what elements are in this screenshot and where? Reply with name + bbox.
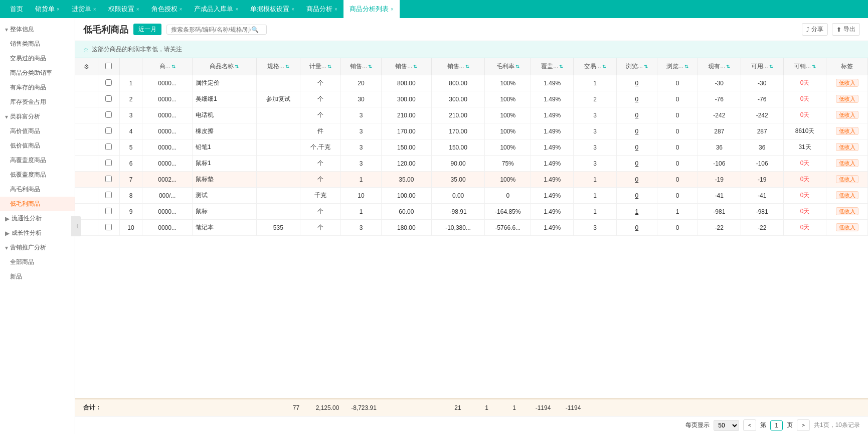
cell-view1[interactable]: 0 <box>616 188 657 204</box>
cell-view1[interactable]: 0 <box>616 107 657 123</box>
th-current[interactable]: 现有...⇅ <box>698 58 741 75</box>
nav-permissions[interactable]: 权限设置 × <box>102 0 145 18</box>
cell-checkbox[interactable] <box>98 204 120 220</box>
row-checkbox[interactable] <box>105 192 112 198</box>
th-available[interactable]: 可用...⇅ <box>741 58 783 75</box>
table-row: 3 0000... 电话机 个 3 210.00 210.00 100% 1.4… <box>75 107 868 123</box>
cell-checkbox[interactable] <box>98 139 120 156</box>
row-checkbox[interactable] <box>105 176 112 182</box>
th-unit[interactable]: 计量...⇅ <box>300 58 340 75</box>
row-checkbox[interactable] <box>105 127 112 134</box>
close-icon[interactable]: × <box>180 7 183 12</box>
sidebar-item-new-products[interactable]: 新品 <box>0 269 75 284</box>
close-icon[interactable]: × <box>136 7 139 12</box>
row-checkbox[interactable] <box>105 143 112 150</box>
sidebar-item-stock-capital[interactable]: 库存资金占用 <box>0 95 75 109</box>
th-spec[interactable]: 规格...⇅ <box>256 58 300 75</box>
cell-checkbox[interactable] <box>98 123 120 139</box>
cell-settings <box>75 139 98 156</box>
sidebar-item-traded-products[interactable]: 交易过的商品 <box>0 51 75 66</box>
share-button[interactable]: ⤴ 分享 <box>802 23 828 36</box>
close-icon[interactable]: × <box>57 7 60 12</box>
sidebar-item-low-margin[interactable]: 低毛利商品 <box>0 197 75 211</box>
cell-checkbox[interactable] <box>98 156 120 172</box>
search-box[interactable]: 🔍 <box>166 25 267 35</box>
nav-sales[interactable]: 销货单 × <box>29 0 66 18</box>
cell-view1[interactable]: 0 <box>616 91 657 107</box>
nav-purchase[interactable]: 进货单 × <box>66 0 102 18</box>
cell-checkbox[interactable] <box>98 220 120 236</box>
prev-page-button[interactable]: ＜ <box>743 419 756 431</box>
cell-checkbox[interactable] <box>98 188 120 204</box>
sidebar-section-growth[interactable]: ▶ 成长性分析 <box>0 226 75 240</box>
th-view1[interactable]: 浏览...⇅ <box>616 58 657 75</box>
export-button[interactable]: ⬆ 导出 <box>832 23 860 36</box>
select-all-checkbox[interactable] <box>105 63 112 69</box>
cell-checkbox[interactable] <box>98 91 120 107</box>
sidebar-item-category-sales[interactable]: 商品分类助销率 <box>0 66 75 80</box>
close-icon[interactable]: × <box>334 7 337 12</box>
cell-checkbox[interactable] <box>98 75 120 91</box>
th-code[interactable]: 商...⇅ <box>142 58 193 75</box>
close-icon[interactable]: × <box>291 7 294 12</box>
sidebar-section-liquidity[interactable]: ▶ 流通性分析 <box>0 211 75 226</box>
cell-tag: 低收入 <box>826 156 868 172</box>
next-page-button[interactable]: ＞ <box>797 419 810 431</box>
cell-view1[interactable]: 0 <box>616 139 657 156</box>
row-checkbox[interactable] <box>105 160 112 166</box>
close-icon[interactable]: × <box>391 7 394 12</box>
row-checkbox[interactable] <box>105 95 112 102</box>
th-name[interactable]: 商品名称⇅ <box>192 58 256 75</box>
cell-checkbox[interactable] <box>98 172 120 188</box>
th-settings[interactable]: ⚙ <box>75 58 98 75</box>
filter-recent-month-button[interactable]: 近一月 <box>133 24 161 35</box>
th-view2[interactable]: 浏览...⇅ <box>657 58 698 75</box>
total-trade-count: 21 <box>443 404 473 411</box>
cell-view1[interactable]: 0 <box>616 75 657 91</box>
th-checkbox[interactable] <box>98 58 120 75</box>
table-footer: 合计： 77 2,125.00 -8,723.91 21 1 1 -1194 -… <box>75 398 868 416</box>
th-sales-profit[interactable]: 销售...⇅ <box>431 58 485 75</box>
cell-view1[interactable]: 0 <box>616 220 657 236</box>
sidebar-item-in-stock[interactable]: 有库存的商品 <box>0 80 75 95</box>
row-checkbox[interactable] <box>105 111 112 118</box>
cell-view1[interactable]: 1 <box>616 204 657 220</box>
th-trade-count[interactable]: 交易...⇅ <box>574 58 616 75</box>
search-input[interactable] <box>171 26 251 33</box>
search-icon[interactable]: 🔍 <box>251 26 259 33</box>
cell-view1[interactable]: 0 <box>616 123 657 139</box>
sidebar-item-low-value[interactable]: 低价值商品 <box>0 138 75 153</box>
sidebar-item-high-margin[interactable]: 高毛利商品 <box>0 182 75 197</box>
nav-templates[interactable]: 单据模板设置 × <box>244 0 300 18</box>
close-icon[interactable]: × <box>235 7 238 12</box>
sidebar-item-high-value[interactable]: 高价值商品 <box>0 124 75 138</box>
th-tag[interactable]: 标签 <box>826 58 868 75</box>
per-page-select[interactable]: 50 100 200 <box>714 420 739 431</box>
cell-view1[interactable]: 0 <box>616 156 657 172</box>
sidebar-section-cluster[interactable]: ▾ 类群富分析 <box>0 109 75 124</box>
th-sales-amount[interactable]: 销售...⇅ <box>382 58 432 75</box>
close-icon[interactable]: × <box>93 7 96 12</box>
cell-view1[interactable]: 0 <box>616 172 657 188</box>
nav-product-analysis[interactable]: 商品分析 × <box>300 0 343 18</box>
cell-checkbox[interactable] <box>98 107 120 123</box>
sidebar-section-overall[interactable]: ▾ 整体信息 <box>0 22 75 37</box>
row-checkbox[interactable] <box>105 224 112 230</box>
cell-code: 0000... <box>142 107 193 123</box>
nav-roles[interactable]: 角色授权 × <box>145 0 189 18</box>
sidebar-collapse-button[interactable]: 《 <box>71 216 81 236</box>
sidebar-item-all-products[interactable]: 全部商品 <box>0 255 75 269</box>
sidebar-item-high-coverage[interactable]: 高覆盖度商品 <box>0 153 75 168</box>
sidebar-item-low-coverage[interactable]: 低覆盖度商品 <box>0 168 75 182</box>
th-gross-rate[interactable]: 毛利率⇅ <box>485 58 531 75</box>
nav-products-in[interactable]: 产成品入库单 × <box>188 0 244 18</box>
sidebar-section-marketing[interactable]: ▾ 营销推广分析 <box>0 240 75 255</box>
th-sales-count[interactable]: 销售...⇅ <box>340 58 381 75</box>
row-checkbox[interactable] <box>105 79 112 86</box>
nav-home[interactable]: 首页 <box>4 0 29 18</box>
th-sellable[interactable]: 可销...⇅ <box>783 58 826 75</box>
th-cover-rate[interactable]: 覆盖...⇅ <box>531 58 574 75</box>
nav-product-analysis-list[interactable]: 商品分析列表 × <box>343 0 400 18</box>
sidebar-item-sales-products[interactable]: 销售类商品 <box>0 37 75 51</box>
row-checkbox[interactable] <box>105 208 112 214</box>
